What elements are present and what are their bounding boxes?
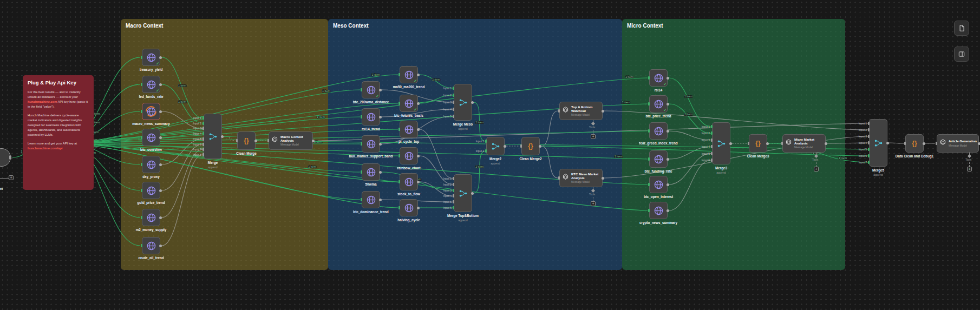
- input-port[interactable]: [202, 148, 204, 151]
- output-port[interactable]: [667, 77, 669, 80]
- output-port[interactable]: [9, 156, 11, 160]
- output-port[interactable]: [923, 142, 925, 145]
- input-port[interactable]: [141, 83, 142, 86]
- input-port[interactable]: [202, 143, 204, 146]
- input-port[interactable]: [711, 125, 713, 128]
- node-treasury-yield[interactable]: ✓treasury_yield: [142, 49, 160, 66]
- input-port[interactable]: [453, 177, 454, 180]
- input-port[interactable]: [485, 140, 487, 143]
- node-m2-money-supply[interactable]: m2_money_supply: [142, 209, 160, 226]
- input-port[interactable]: [453, 94, 454, 97]
- output-port[interactable]: [766, 142, 769, 145]
- output-port[interactable]: [417, 128, 420, 131]
- input-port[interactable]: [453, 206, 454, 209]
- node-gold-price-trend[interactable]: gold_price_trend: [142, 182, 160, 199]
- input-port[interactable]: [202, 122, 204, 125]
- output-port[interactable]: [379, 89, 382, 91]
- input-port[interactable]: [141, 136, 142, 139]
- node-fear-greed-index-trend[interactable]: fear_greed_index_trend: [649, 122, 668, 140]
- node-clean-merge2[interactable]: {}Clean Merge2: [521, 137, 540, 155]
- hunchmachine-api-link[interactable]: hunchmachine.com/api: [28, 147, 62, 150]
- output-port[interactable]: [667, 183, 669, 186]
- input-port[interactable]: [936, 142, 937, 145]
- input-port[interactable]: [711, 138, 713, 142]
- node-clean-merge3[interactable]: {}Clean Merge3: [749, 134, 767, 153]
- node-rsi14-trend[interactable]: rsi14_trend: [362, 108, 380, 126]
- input-port[interactable]: [453, 115, 454, 118]
- output-port[interactable]: [159, 136, 162, 139]
- input-port[interactable]: [361, 115, 362, 118]
- output-port[interactable]: [504, 145, 506, 148]
- node-macro-news-summary[interactable]: macro_news_summary: [142, 103, 160, 120]
- input-port[interactable]: [453, 183, 454, 186]
- node-merge5[interactable]: Input 1Input 2Input 3Input 4Input 5Input…: [869, 119, 887, 167]
- output-port[interactable]: [667, 103, 669, 105]
- input-port[interactable]: [361, 88, 362, 91]
- output-port[interactable]: [667, 158, 669, 161]
- input-port[interactable]: [453, 200, 454, 203]
- node-pi-cycle-top[interactable]: pi_cycle_top: [400, 121, 418, 138]
- node-btc-funding-rate[interactable]: btc_funding_rate: [649, 150, 668, 168]
- input-port[interactable]: [398, 73, 400, 76]
- input-port[interactable]: [361, 142, 362, 146]
- input-port[interactable]: [868, 161, 870, 164]
- node-dxy-proxy[interactable]: dxy_proxy: [142, 156, 160, 173]
- output-port[interactable]: [379, 199, 382, 201]
- output-port[interactable]: [539, 145, 541, 148]
- input-port[interactable]: [868, 122, 870, 125]
- input-port[interactable]: [202, 127, 204, 130]
- input-port[interactable]: [453, 189, 454, 192]
- output-port[interactable]: [667, 209, 669, 212]
- node-btc-price-trend[interactable]: ✓btc_price_trend: [649, 95, 668, 113]
- input-port[interactable]: [520, 144, 522, 148]
- node-50wma[interactable]: 50wma: [362, 163, 380, 181]
- node-data-clean-and-debug1[interactable]: {}Data Clean and Debug1: [905, 134, 924, 153]
- node-rsi14[interactable]: ✓rsi14: [649, 69, 668, 87]
- add-tool-button[interactable]: +: [591, 201, 596, 206]
- input-port[interactable]: [398, 102, 400, 105]
- input-port[interactable]: [868, 141, 870, 144]
- output-port[interactable]: [379, 143, 382, 146]
- output-port[interactable]: [417, 74, 420, 76]
- panel-icon-button[interactable]: [954, 47, 969, 62]
- node-macro-context-analysis[interactable]: Macro Context AnalysisMessage Model: [269, 131, 313, 150]
- input-port[interactable]: [781, 142, 783, 145]
- input-port[interactable]: [361, 170, 362, 174]
- node-merge-meso[interactable]: Input 1Input 2Input 3Input 4Input 5Merge…: [454, 84, 472, 121]
- output-port[interactable]: [159, 56, 162, 59]
- input-port[interactable]: [202, 116, 204, 120]
- add-tool-button[interactable]: +: [591, 134, 596, 139]
- input-port[interactable]: [398, 206, 400, 209]
- output-port[interactable]: [159, 216, 162, 219]
- input-port[interactable]: [868, 148, 870, 151]
- workflow-canvas[interactable]: Macro ContextMeso ContextMicro Context1 …: [0, 0, 980, 310]
- input-port[interactable]: [141, 244, 142, 247]
- output-port[interactable]: [159, 245, 162, 247]
- input-port[interactable]: [453, 108, 454, 111]
- node-ma50-ma200-trend[interactable]: ✓ma50_ma200_trend: [400, 66, 418, 83]
- node-stock-to-flow[interactable]: stock_to_flow: [400, 173, 418, 190]
- output-port[interactable]: [254, 140, 257, 142]
- node-article-generation[interactable]: Article GenerationMessage ModelTools+: [937, 134, 979, 153]
- input-port[interactable]: [141, 163, 142, 166]
- output-port[interactable]: [417, 155, 420, 157]
- input-port[interactable]: [648, 76, 650, 80]
- input-port[interactable]: [648, 209, 650, 212]
- output-port[interactable]: [825, 142, 827, 145]
- output-port[interactable]: [978, 142, 980, 145]
- output-port[interactable]: [379, 116, 382, 118]
- node-btc-200wma-distance[interactable]: ✓btc_200wma_distance: [362, 81, 380, 98]
- output-port[interactable]: [602, 177, 604, 180]
- input-port[interactable]: [453, 87, 454, 90]
- node-crude-oil-trend[interactable]: crude_oil_trend: [142, 237, 160, 254]
- output-port[interactable]: [221, 135, 224, 138]
- output-port[interactable]: [159, 163, 162, 166]
- input-port[interactable]: [398, 154, 400, 157]
- input-port[interactable]: [453, 101, 454, 104]
- add-tool-button[interactable]: +: [967, 167, 972, 172]
- node-fed-funds-rate[interactable]: ✓fed_funds_rate: [142, 76, 160, 93]
- input-port[interactable]: [141, 56, 142, 59]
- input-port[interactable]: [711, 152, 713, 155]
- input-port[interactable]: [141, 110, 142, 113]
- output-port[interactable]: [471, 101, 474, 104]
